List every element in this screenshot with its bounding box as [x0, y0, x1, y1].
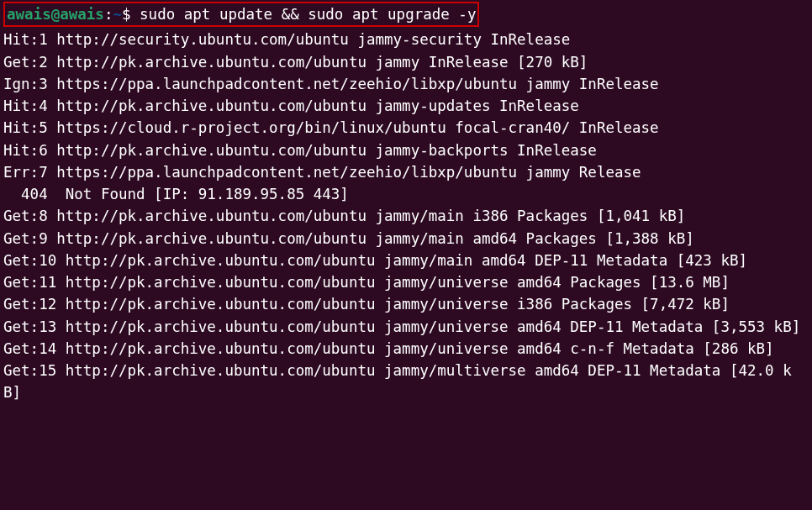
- terminal-window[interactable]: awais@awais:~$ sudo apt update && sudo a…: [0, 0, 812, 406]
- output-line: Get:2 http://pk.archive.ubuntu.com/ubunt…: [3, 51, 809, 73]
- output-line: Get:10 http://pk.archive.ubuntu.com/ubun…: [3, 250, 809, 271]
- prompt-colon: :: [104, 6, 113, 23]
- output-line: Err:7 https://ppa.launchpadcontent.net/z…: [3, 161, 809, 183]
- output-line: Get:15 http://pk.archive.ubuntu.com/ubun…: [3, 360, 809, 404]
- output-line: Get:9 http://pk.archive.ubuntu.com/ubunt…: [3, 228, 809, 250]
- command-text: sudo apt update && sudo apt upgrade -y: [131, 6, 477, 23]
- prompt-user-host: awais@awais: [7, 6, 104, 23]
- output-line: Hit:6 http://pk.archive.ubuntu.com/ubunt…: [3, 139, 809, 161]
- output-line: Get:8 http://pk.archive.ubuntu.com/ubunt…: [3, 205, 809, 227]
- output-line: 404 Not Found [IP: 91.189.95.85 443]: [3, 183, 809, 205]
- output-line: Hit:1 http://security.ubuntu.com/ubuntu …: [3, 29, 809, 50]
- output-line: Get:14 http://pk.archive.ubuntu.com/ubun…: [3, 338, 809, 360]
- output-line: Get:12 http://pk.archive.ubuntu.com/ubun…: [3, 293, 809, 315]
- output-line: Hit:4 http://pk.archive.ubuntu.com/ubunt…: [3, 95, 809, 117]
- output-line: Get:13 http://pk.archive.ubuntu.com/ubun…: [3, 316, 809, 338]
- prompt-path: ~: [113, 6, 122, 23]
- output-line: Ign:3 https://ppa.launchpadcontent.net/z…: [3, 73, 809, 95]
- prompt-highlight-box: awais@awais:~$ sudo apt update && sudo a…: [3, 2, 479, 27]
- output-line: Get:11 http://pk.archive.ubuntu.com/ubun…: [3, 271, 809, 293]
- output-line: Hit:5 https://cloud.r-project.org/bin/li…: [3, 117, 809, 139]
- prompt-dollar: $: [122, 6, 131, 23]
